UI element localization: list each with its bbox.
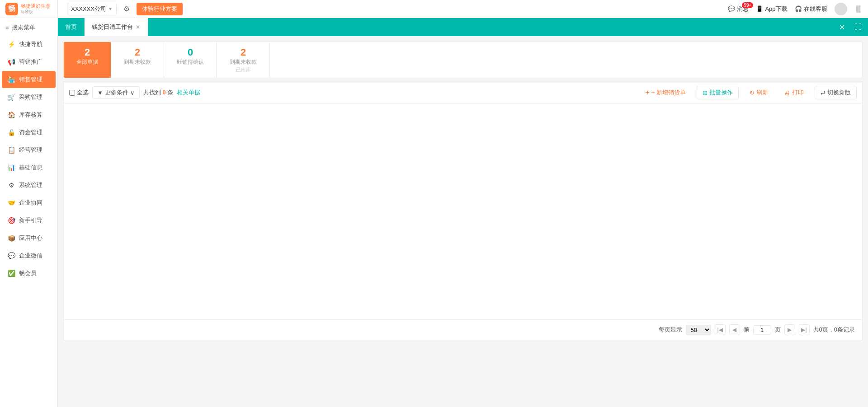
quick-nav-icon: ⚡ [7,41,15,48]
sales-icon: 🏪 [7,76,15,83]
tab-close-icon[interactable]: ✕ [136,24,140,30]
finance-icon: 🔒 [7,129,15,136]
found-count: 0 [163,89,166,96]
sidebar-item-quick-nav[interactable]: ⚡ 快捷导航 [2,36,56,53]
sidebar-item-label: 企业微信 [19,252,42,260]
refresh-button[interactable]: ↻ 刷新 [744,86,774,99]
guide-icon: 🎯 [7,217,15,224]
sidebar-item-enterprise[interactable]: 🤝 企业协同 [2,194,56,211]
sidebar-item-appstore[interactable]: 📦 应用中心 [2,229,56,247]
print-button[interactable]: 🖨 打印 [779,86,809,99]
tab-minimize-button[interactable]: ✕ [835,21,848,33]
member-icon: ✅ [7,270,15,277]
sidebar-item-label: 畅会员 [19,269,37,277]
sidebar-item-label: 库存核算 [19,111,42,119]
online-service-link[interactable]: 🎧 在线客服 [795,5,827,13]
mobile-icon: 📱 [756,5,763,12]
logo-sub: 标准版 [21,9,51,15]
tabs-bar: 首页 钱货日清工作台 ✕ ✕ ⛶ [58,18,868,36]
toolbar-left: 全选 ▼ 更多条件 ∨ 共找到 0 条 相关单据 [69,86,636,99]
tab-home-label: 首页 [65,23,77,31]
toolbar: 全选 ▼ 更多条件 ∨ 共找到 0 条 相关单据 + + 新增销货单 ⊞ 批量操… [63,82,863,103]
sidebar-item-label: 快捷导航 [19,40,42,48]
header-right: 💬 消息 99+ 📱 App下载 🎧 在线客服 ▐▌ [728,3,863,15]
inventory-icon: 🏠 [7,111,15,118]
sidebar-item-member[interactable]: ✅ 畅会员 [2,265,56,282]
select-all-input[interactable] [69,90,75,96]
sidebar-item-label: 采购管理 [19,93,42,101]
sidebar-item-label: 企业协同 [19,199,42,207]
batch-operation-button[interactable]: ⊞ 批量操作 [697,86,739,99]
select-all-label: 全选 [77,89,89,97]
weixin-icon: 💬 [7,252,15,259]
sidebar-item-label: 新手引导 [19,216,42,225]
pagination-bar: 每页显示 20 50 100 |◀ ◀ 第 页 ▶ ▶| 共0页，0条记录 [63,320,863,340]
table-area [63,103,863,320]
search-menu-label: 搜索菜单 [12,23,35,32]
logo-text-area: 畅捷通好生意 标准版 [21,3,51,15]
sidebar-item-finance[interactable]: 🔒 资金管理 [2,124,56,141]
batch-icon: ⊞ [703,89,708,96]
stat-tab-overdue-shipped[interactable]: 2 到期未收款 已出库 [217,42,270,78]
tab-cashflow-label: 钱货日清工作台 [92,23,133,31]
sidebar-item-label: 营销推广 [19,58,42,66]
sidebar: 畅 畅捷通好生意 标准版 ≡ 搜索菜单 ⚡ 快捷导航 📢 营销推广 🏪 销售管理… [0,0,58,407]
switch-version-button[interactable]: ⇄ 切换新版 [815,86,857,99]
settings-button[interactable]: ⚙ [120,3,133,15]
search-menu-item[interactable]: ≡ 搜索菜单 [0,20,57,35]
current-page-input[interactable] [753,325,771,335]
tab-maximize-button[interactable]: ⛶ [852,21,864,33]
toolbar-right: + + 新增销货单 ⊞ 批量操作 ↻ 刷新 🖨 打印 ⇄ 切换新版 [640,86,857,99]
stat-count-pending: 0 [177,47,204,58]
filter-button[interactable]: ▼ 更多条件 ∨ [92,86,140,99]
top-header: XXXXXX公司 ▼ ⚙ 体验行业方案 💬 消息 99+ 📱 App下载 🎧 在… [58,0,868,18]
stat-tab-all[interactable]: 2 全部单据 [64,42,111,78]
sidebar-item-marketing[interactable]: 📢 营销推广 [2,53,56,70]
stat-label-overdue-shipped: 到期未收款 [230,58,257,66]
message-badge: 99+ [742,2,753,8]
sidebar-item-guide[interactable]: 🎯 新手引导 [2,212,56,229]
company-selector[interactable]: XXXXXX公司 ▼ [67,3,117,15]
experience-button[interactable]: 体验行业方案 [137,3,183,15]
page-label: 第 [744,326,750,334]
sidebar-item-label: 应用中心 [19,234,42,242]
stat-tab-pending[interactable]: 0 旺铺待确认 [164,42,217,78]
prev-page-button[interactable]: ◀ [729,324,740,335]
tab-cashflow[interactable]: 钱货日清工作台 ✕ [85,18,148,36]
last-page-button[interactable]: ▶| [799,324,810,335]
related-records-link[interactable]: 相关单据 [177,89,200,97]
avatar[interactable] [835,3,847,15]
app-download-link[interactable]: 📱 App下载 [756,5,787,13]
print-icon: 🖨 [784,89,790,96]
tab-actions: ✕ ⛶ [835,21,868,33]
next-page-button[interactable]: ▶ [784,324,795,335]
sidebar-item-system[interactable]: ⚙ 系统管理 [2,177,56,194]
sidebar-item-basic[interactable]: 📊 基础信息 [2,159,56,176]
page-size-label: 每页显示 [659,326,682,334]
stat-count-overdue-shipped: 2 [230,47,257,58]
page-size-select[interactable]: 20 50 100 [686,325,711,335]
first-page-button[interactable]: |◀ [715,324,726,335]
new-sales-order-button[interactable]: + + 新增销货单 [640,86,691,99]
message-area[interactable]: 💬 消息 99+ [728,5,749,13]
purchase-icon: 🛒 [7,94,15,101]
plus-icon: + [645,89,649,97]
page-label-end: 页 [775,326,781,334]
sidebar-item-purchase[interactable]: 🛒 采购管理 [2,89,56,106]
refresh-icon: ↻ [750,89,755,96]
sidebar-item-inventory[interactable]: 🏠 库存核算 [2,106,56,123]
sidebar-item-operation[interactable]: 📋 经营管理 [2,141,56,159]
online-service-label: 在线客服 [804,5,827,13]
found-text: 共找到 0 条 [143,89,173,97]
select-all-checkbox[interactable]: 全选 [69,89,89,97]
tab-home[interactable]: 首页 [58,18,85,36]
stat-tab-overdue[interactable]: 2 到期未收款 [111,42,164,78]
appstore-icon: 📦 [7,234,15,242]
search-icon: ≡ [5,24,9,31]
sidebar-item-weixin[interactable]: 💬 企业微信 [2,247,56,264]
sidebar-nav: ≡ 搜索菜单 ⚡ 快捷导航 📢 营销推广 🏪 销售管理 🛒 采购管理 🏠 库存核… [0,18,57,407]
chevron-down-icon: ∨ [130,89,135,96]
switch-icon: ⇄ [821,89,826,96]
sidebar-item-sales[interactable]: 🏪 销售管理 [2,71,56,88]
sidebar-logo-area: 畅 畅捷通好生意 标准版 [0,0,57,18]
